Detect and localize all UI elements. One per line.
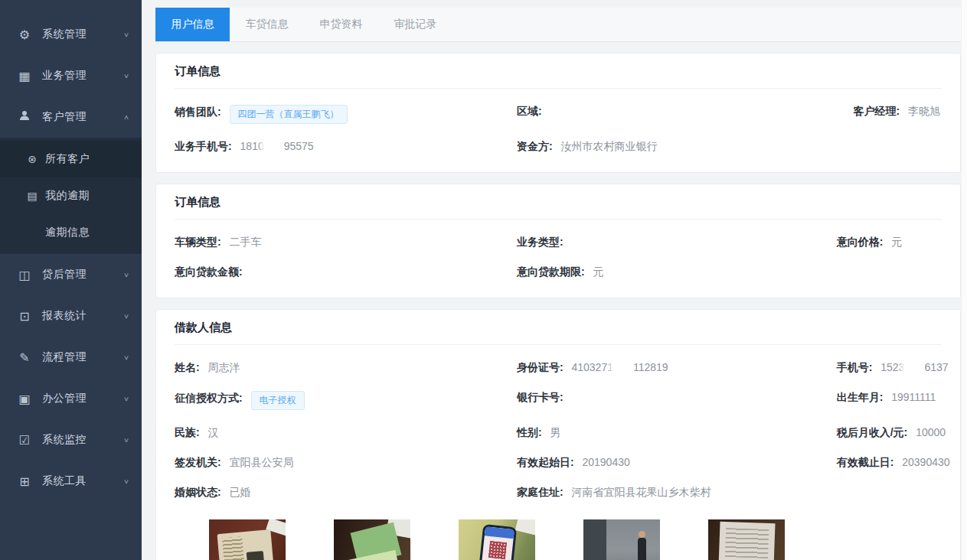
- chevron-down-icon: ∨: [123, 353, 129, 361]
- sidebar-item-postloan-mgmt[interactable]: ◫ 贷后管理 ∨: [0, 254, 142, 295]
- field-value: 汉: [208, 426, 219, 438]
- field-region: 区域:: [517, 105, 831, 124]
- notebook-icon: ▤: [26, 190, 38, 202]
- sidebar-item-report-stats[interactable]: ⊡ 报表统计 ∨: [0, 295, 142, 337]
- field-value: 汝州市农村商业银行: [560, 140, 657, 152]
- pencil-doc-icon: ✎: [17, 350, 32, 365]
- handwritten-document-photo[interactable]: [708, 519, 785, 560]
- field-label: 性别:: [517, 426, 542, 438]
- sidebar-item-label: 业务管理: [42, 69, 123, 83]
- field-value: 元: [891, 236, 902, 248]
- sidebar-item-system-monitor[interactable]: ☑ 系统监控 ∨: [0, 419, 142, 461]
- field-label: 客户经理:: [853, 105, 900, 117]
- sidebar-item-label: 贷后管理: [42, 268, 123, 282]
- field-value: 宜阳县公安局: [230, 456, 294, 468]
- field-credit-auth-method: 征信授权方式: 电子授权: [175, 391, 517, 410]
- field-label: 意向价格:: [837, 236, 884, 248]
- field-value: 6137: [924, 361, 948, 373]
- field-business-phone: 业务手机号: 181095575: [175, 140, 517, 154]
- chevron-up-icon: ∧: [123, 113, 129, 121]
- field-vehicle-type: 车辆类型: 二手车: [175, 236, 517, 249]
- field-value: 112819: [633, 361, 668, 373]
- field-label: 资金方:: [517, 140, 553, 152]
- sales-team-tag: 四团一营（直属王鹏飞）: [230, 105, 348, 124]
- tab-approval-records[interactable]: 审批记录: [378, 8, 452, 41]
- field-intended-loan-term: 意向贷款期限: 元: [517, 265, 831, 279]
- document-photos: 身份证 驾驶证副页 授权证明: [209, 519, 942, 560]
- sidebar-item-system-mgmt[interactable]: ⚙ 系统管理 ∨: [0, 14, 142, 55]
- field-mobile-phone: 手机号: 15236137: [831, 361, 942, 375]
- field-label: 有效截止日:: [837, 456, 894, 468]
- field-valid-until: 有效截止日: 20390430: [831, 456, 942, 470]
- sidebar-item-process-mgmt[interactable]: ✎ 流程管理 ∨: [0, 337, 142, 378]
- tab-car-loan-info[interactable]: 车贷信息: [230, 8, 304, 41]
- photo-item: 身份证: [209, 519, 286, 560]
- chevron-down-icon: ∨: [123, 31, 129, 38]
- phone-qr-auth-photo[interactable]: [459, 519, 535, 560]
- person-with-car-photo[interactable]: [583, 519, 660, 560]
- field-value: 1523: [880, 361, 904, 373]
- id-card-photo[interactable]: [209, 519, 286, 560]
- card-title: 借款人信息: [175, 321, 942, 345]
- sidebar-item-my-overdue[interactable]: ▤ 我的逾期: [0, 177, 142, 214]
- field-label: 银行卡号:: [517, 391, 564, 403]
- tab-user-info[interactable]: 用户信息: [155, 8, 230, 41]
- circle-asterisk-icon: ⊛: [26, 153, 38, 165]
- box-plus-icon: ⊞: [17, 474, 32, 489]
- chevron-down-icon: ∨: [123, 72, 129, 80]
- censor-blur: [904, 362, 924, 372]
- chevron-down-icon: ∨: [123, 395, 129, 402]
- detail-tabbar: 用户信息 车贷信息 申贷资料 审批记录: [155, 8, 961, 42]
- field-label: 业务类型:: [517, 236, 564, 248]
- field-value: 4103271: [571, 361, 613, 373]
- chevron-down-icon: ∨: [123, 312, 129, 320]
- field-home-address: 家庭住址: 河南省宜阳县花果山乡木柴村: [517, 486, 831, 500]
- sidebar-item-business-mgmt[interactable]: ▦ 业务管理 ∨: [0, 55, 142, 96]
- field-label: 身份证号:: [517, 361, 564, 373]
- sidebar-item-label: 所有客户: [45, 152, 142, 166]
- sidebar-item-overdue-info[interactable]: 逾期信息: [0, 214, 142, 251]
- field-label: 税后月收入/元:: [837, 426, 908, 438]
- field-label: 区域:: [517, 105, 542, 117]
- field-gender: 性别: 男: [517, 426, 831, 440]
- field-intended-price: 意向价格: 元: [831, 236, 942, 249]
- sidebar-item-all-customers[interactable]: ⊛ 所有客户: [0, 141, 142, 177]
- chevron-down-icon: ∨: [123, 436, 129, 444]
- field-label: 姓名:: [175, 361, 200, 373]
- credit-auth-tag: 电子授权: [251, 391, 305, 410]
- sidebar-item-label: 逾期信息: [45, 226, 142, 239]
- vertical-scrollbar[interactable]: [961, 0, 967, 560]
- square-in-square-icon: ▣: [17, 392, 32, 406]
- field-value: 10000: [916, 426, 946, 438]
- censor-blur: [264, 141, 284, 151]
- photo-item: 人车照: [583, 519, 660, 560]
- field-id-number: 身份证号: 4103271112819: [517, 361, 831, 375]
- sidebar-item-label: 系统工具: [42, 474, 123, 488]
- field-value: 李晓旭: [908, 105, 940, 117]
- sidebar-item-system-tools[interactable]: ⊞ 系统工具 ∨: [0, 461, 142, 502]
- field-label: 民族:: [175, 426, 200, 438]
- field-value: 已婚: [230, 486, 251, 498]
- field-funder: 资金方: 汝州市农村商业银行: [517, 140, 831, 154]
- field-label: 意向贷款期限:: [517, 265, 585, 278]
- field-value: 元: [593, 265, 603, 278]
- monitor-chart-icon: ⊡: [17, 309, 32, 324]
- field-label: 车辆类型:: [175, 236, 221, 248]
- sidebar-item-office-mgmt[interactable]: ▣ 办公管理 ∨: [0, 378, 142, 419]
- sidebar-item-label: 报表统计: [42, 309, 123, 323]
- vehicle-order-card: 订单信息 车辆类型: 二手车 业务类型: 意向价格: 元 意向贷款金额: 意向贷…: [155, 184, 961, 298]
- sidebar-item-customer-mgmt[interactable]: 客户管理 ∧: [0, 96, 142, 138]
- photo-item: 授权证明: [459, 519, 535, 560]
- field-valid-from: 有效起始日: 20190430: [517, 456, 831, 470]
- sidebar-item-label: 系统监控: [42, 433, 123, 447]
- customer-submenu: ⊛ 所有客户 ▤ 我的逾期 逾期信息: [0, 138, 142, 254]
- person-icon: [17, 109, 32, 125]
- field-label: 签发机关:: [175, 456, 221, 468]
- card-title: 订单信息: [175, 195, 942, 220]
- license-booklet-photo[interactable]: [334, 519, 410, 560]
- field-bank-card-number: 银行卡号:: [517, 391, 831, 410]
- tab-loan-application-docs[interactable]: 申贷资料: [304, 8, 378, 41]
- field-sales-team: 销售团队: 四团一营（直属王鹏飞）: [175, 105, 517, 124]
- field-value: 二手车: [230, 236, 262, 248]
- field-value: 19911111: [891, 391, 936, 403]
